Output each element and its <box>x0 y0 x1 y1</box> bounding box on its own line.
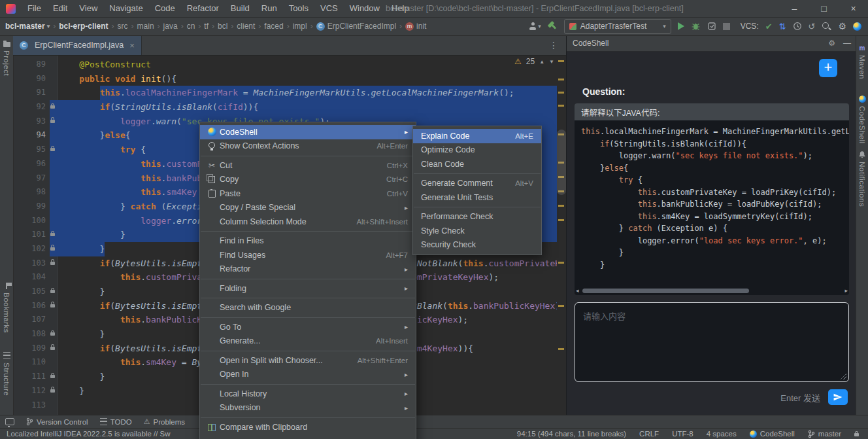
line-number[interactable]: 110 <box>13 355 48 370</box>
menu-vcs[interactable]: VCS <box>314 0 344 17</box>
panel-hide-icon[interactable]: — <box>843 39 851 48</box>
line-number[interactable]: 112 <box>13 384 48 398</box>
menu-item-copy[interactable]: CopyCtrl+C <box>200 173 416 187</box>
line-number[interactable]: 91 <box>13 86 48 100</box>
codeshell-status[interactable]: CodeShell <box>750 430 795 438</box>
send-button[interactable] <box>828 389 848 405</box>
menu-item-go-to[interactable]: Go To▸ <box>200 320 416 334</box>
breadcrumb-item-cn[interactable]: cn <box>187 22 195 31</box>
profile-button[interactable]: ▾ <box>529 22 541 30</box>
inspections-widget[interactable]: ⚠ 25 ▲ ▼ <box>514 57 554 66</box>
stop-button[interactable] <box>723 23 730 30</box>
breadcrumb-item-bcl-master[interactable]: bcl-master▾ <box>5 22 50 31</box>
close-tab-icon[interactable]: × <box>129 41 135 50</box>
menu-file[interactable]: File <box>22 0 47 17</box>
menu-item-refactor[interactable]: Refactor▸ <box>200 262 416 277</box>
settings-gear-icon[interactable]: ⚙ <box>838 21 846 31</box>
editor-scrollbar-thumb[interactable] <box>557 130 566 195</box>
line-separator-indicator[interactable]: CRLF <box>639 430 659 438</box>
line-number[interactable]: 94 <box>13 128 48 143</box>
tool-tab-version-control[interactable]: Version Control <box>26 417 88 426</box>
close-button[interactable]: × <box>839 0 868 17</box>
menu-navigate[interactable]: Navigate <box>103 0 148 17</box>
tool-tab-todo[interactable]: TODO <box>100 418 132 426</box>
menu-item-folding[interactable]: Folding▸ <box>200 281 416 296</box>
debug-button[interactable] <box>691 22 701 31</box>
minimize-button[interactable]: – <box>780 0 809 17</box>
menu-code[interactable]: Code <box>149 0 181 17</box>
new-chat-button[interactable]: + <box>819 59 837 77</box>
search-icon[interactable] <box>822 22 831 31</box>
breadcrumb-item-bcl-erp-client[interactable]: bcl-erp-client <box>59 22 108 31</box>
breadcrumb-item-java[interactable]: java <box>163 22 178 31</box>
rollback-icon[interactable]: ↺ <box>809 22 816 31</box>
line-number[interactable]: 95 <box>13 143 48 157</box>
menu-item-local-history[interactable]: Local History▸ <box>200 387 416 401</box>
scroll-right-icon[interactable]: ▸ <box>844 287 848 295</box>
menu-run[interactable]: Run <box>256 0 283 17</box>
menu-build[interactable]: Build <box>225 0 256 17</box>
menu-item-find-usages[interactable]: Find UsagesAlt+F7 <box>200 248 416 262</box>
resize-grip[interactable] <box>840 373 846 379</box>
menu-item-search-with-google[interactable]: Search with Google <box>200 301 416 315</box>
scrollbar-thumb[interactable] <box>582 289 749 293</box>
line-number[interactable]: 113 <box>13 398 48 413</box>
menu-item-show-context-actions[interactable]: Show Context ActionsAlt+Enter <box>200 139 416 154</box>
build-hammer-icon[interactable] <box>546 19 559 33</box>
line-number[interactable]: 106 <box>13 299 48 313</box>
submenu-item-optimize-code[interactable]: Optimize Code <box>413 143 541 158</box>
scroll-left-icon[interactable]: ◂ <box>576 287 579 295</box>
line-number[interactable]: 101 <box>13 228 48 242</box>
encoding-indicator[interactable]: UTF-8 <box>672 430 693 438</box>
history-clock-icon[interactable] <box>793 22 802 31</box>
line-number[interactable]: 108 <box>13 327 48 342</box>
breadcrumb-item-client[interactable]: client <box>237 22 255 31</box>
menu-item-column-selection-mode[interactable]: Column Selection ModeAlt+Shift+Insert <box>200 215 416 229</box>
status-message[interactable]: Localized IntelliJ IDEA 2022.2.5 is avai… <box>7 430 171 438</box>
breadcrumb-item-impl[interactable]: impl <box>293 22 307 31</box>
menu-item-generate[interactable]: Generate...Alt+Insert <box>200 334 416 349</box>
git-branch-widget[interactable]: master <box>808 430 841 438</box>
submenu-item-generate-comment[interactable]: Generate CommentAlt+V <box>413 177 541 191</box>
sidebar-item-codeshell[interactable]: CodeShell <box>856 96 868 144</box>
menu-item-paste[interactable]: PasteCtrl+V <box>200 186 416 201</box>
breadcrumb-item-src[interactable]: src <box>118 22 128 31</box>
breadcrumb-item-main[interactable]: main <box>137 22 154 31</box>
line-number[interactable]: 98 <box>13 185 48 200</box>
submenu-item-explain-code[interactable]: Explain CodeAlt+E <box>413 129 541 143</box>
more-tabs-icon[interactable]: ⋮ <box>549 40 566 50</box>
vcs-update-icon[interactable]: ⇅ <box>779 22 786 31</box>
sidebar-item-project[interactable]: Project <box>0 41 13 76</box>
sidebar-item-structure[interactable]: Structure <box>0 352 13 396</box>
line-number[interactable]: 90 <box>13 72 48 86</box>
editor-tab[interactable]: C ErpClientFacedImpl.java × <box>13 35 142 55</box>
sidebar-item-bookmarks[interactable]: Bookmarks <box>0 283 13 333</box>
menu-item-find-in-files[interactable]: Find in Files <box>200 234 416 249</box>
run-configuration-select[interactable]: AdapterTrasferTest ▾ <box>564 19 671 34</box>
maximize-button[interactable]: □ <box>809 0 839 17</box>
menu-item-subversion[interactable]: Subversion▸ <box>200 401 416 415</box>
line-number[interactable]: 100 <box>13 214 48 228</box>
line-number[interactable]: 96 <box>13 157 48 171</box>
menu-edit[interactable]: Edit <box>47 0 73 17</box>
code-horizontal-scrollbar[interactable]: ◂ ▸ <box>575 287 849 295</box>
submenu-item-performance-check[interactable]: Performance Check <box>413 210 541 224</box>
menu-item-cut[interactable]: ✂CutCtrl+X <box>200 158 416 173</box>
next-warning-icon[interactable]: ▼ <box>549 59 554 65</box>
menu-item-codeshell[interactable]: CodeShell▸ <box>200 125 416 139</box>
sidebar-item-maven[interactable]: mMaven <box>856 44 868 79</box>
panel-settings-gear-icon[interactable]: ⚙ <box>828 39 835 48</box>
tool-window-switcher-icon[interactable] <box>5 418 14 425</box>
tool-tab-problems[interactable]: ⚠Problems <box>144 417 185 426</box>
breadcrumb-item-tf[interactable]: tf <box>204 22 209 31</box>
line-number[interactable]: 107 <box>13 313 48 327</box>
line-number[interactable]: 93 <box>13 114 48 129</box>
breadcrumb-item-init[interactable]: minit <box>405 22 426 31</box>
line-number[interactable]: 89 <box>13 58 48 72</box>
line-number[interactable]: 92 <box>13 100 48 114</box>
menu-item-open-in[interactable]: Open In▸ <box>200 368 416 382</box>
submenu-item-clean-code[interactable]: Clean Code <box>413 157 541 171</box>
menu-tools[interactable]: Tools <box>283 0 314 17</box>
submenu-item-generate-unit-tests[interactable]: Generate Unit Tests <box>413 190 541 205</box>
line-number[interactable]: 103 <box>13 256 48 271</box>
